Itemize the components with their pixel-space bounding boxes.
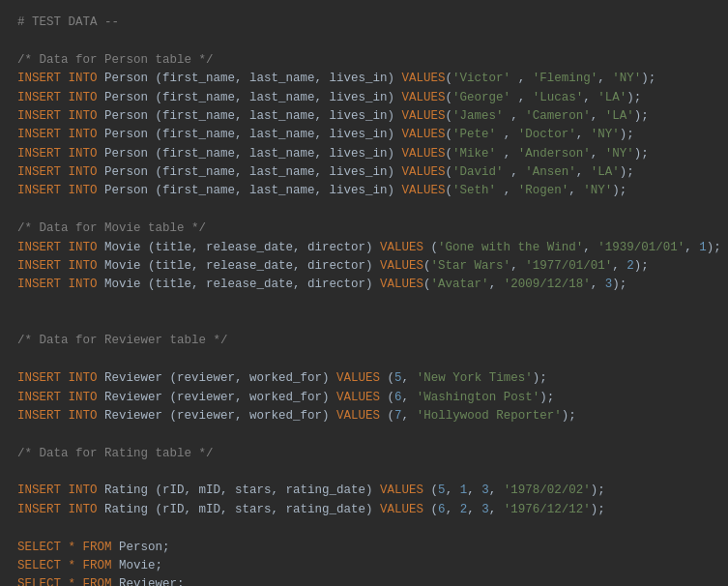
code-editor: # TEST DATA -- /* Data for Person table …	[0, 0, 728, 586]
blank-line-8	[17, 519, 711, 538]
insert-person-5: INSERT INTO Person (first_name, last_nam…	[17, 145, 711, 163]
insert-person-1: INSERT INTO Person (first_name, last_nam…	[17, 70, 711, 88]
insert-person-7: INSERT INTO Person (first_name, last_nam…	[17, 182, 711, 200]
insert-reviewer-3: INSERT INTO Reviewer (reviewer, worked_f…	[17, 407, 711, 425]
blank-line-6	[17, 425, 711, 444]
blank-line-7	[17, 463, 711, 482]
comment-person: /* Data for Person table */	[17, 51, 711, 70]
insert-movie-2: INSERT INTO Movie (title, release_date, …	[17, 257, 711, 276]
comment-movie: /* Data for Movie table */	[17, 220, 711, 238]
blank-line-5	[17, 351, 711, 369]
select-reviewer: SELECT * FROM Reviewer;	[17, 575, 711, 586]
insert-person-6: INSERT INTO Person (first_name, last_nam…	[17, 163, 711, 182]
insert-rating-1: INSERT INTO Rating (rID, mID, stars, rat…	[17, 482, 711, 500]
insert-movie-3: INSERT INTO Movie (title, release_date, …	[17, 276, 711, 294]
insert-rating-2: INSERT INTO Rating (rID, mID, stars, rat…	[17, 501, 711, 519]
insert-movie-1: INSERT INTO Movie (title, release_date, …	[17, 239, 711, 257]
select-person: SELECT * FROM Person;	[17, 539, 711, 557]
comment-line-1: # TEST DATA --	[17, 14, 711, 32]
blank-line-4	[17, 313, 711, 332]
blank-line	[17, 32, 711, 50]
insert-person-3: INSERT INTO Person (first_name, last_nam…	[17, 107, 711, 126]
select-movie: SELECT * FROM Movie;	[17, 557, 711, 575]
blank-line-3	[17, 295, 711, 313]
insert-reviewer-2: INSERT INTO Reviewer (reviewer, worked_f…	[17, 389, 711, 407]
insert-person-2: INSERT INTO Person (first_name, last_nam…	[17, 89, 711, 107]
comment-rating: /* Data for Rating table */	[17, 445, 711, 463]
insert-reviewer-1: INSERT INTO Reviewer (reviewer, worked_f…	[17, 369, 711, 388]
insert-person-4: INSERT INTO Person (first_name, last_nam…	[17, 126, 711, 144]
blank-line-2	[17, 201, 711, 220]
comment-reviewer: /* Data for Reviewer table */	[17, 332, 711, 350]
